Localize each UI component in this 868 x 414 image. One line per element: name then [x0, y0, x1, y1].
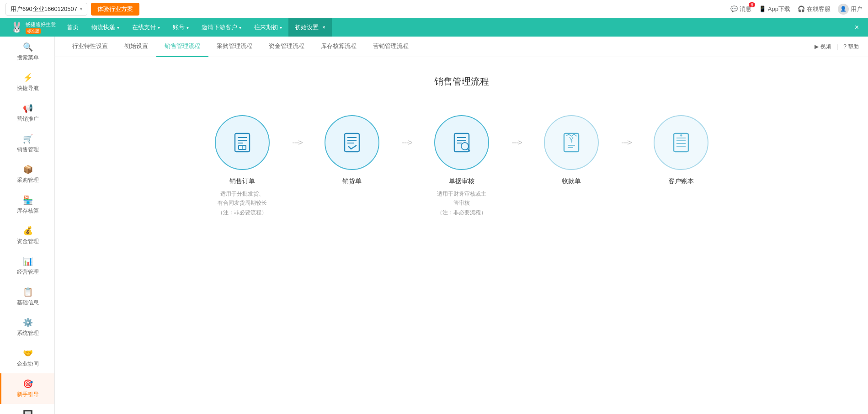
flow-step-customer-ledger[interactable]: ¥ 客户账本: [640, 115, 722, 189]
inventory-icon: 🏪: [23, 195, 33, 205]
nav-arrow: ▾: [239, 25, 241, 30]
video-link[interactable]: ▶ 视频: [815, 43, 831, 51]
nav-item-payment[interactable]: 在线支付▾: [126, 18, 166, 37]
user-selector[interactable]: 用户690企业1660120507 ▾: [5, 3, 87, 16]
sub-tabs: 行业特性设置 初始设置 销售管理流程 采购管理流程 资金管理流程 库存核算流程 …: [55, 37, 868, 57]
flow-circle-customer-ledger: ¥: [654, 115, 708, 170]
svg-point-14: [461, 143, 469, 150]
avatar: 👤: [838, 4, 849, 15]
marketing-icon: 📢: [23, 103, 33, 113]
sidebar-item-sales[interactable]: 🛒 销售管理: [0, 128, 54, 159]
flow-circle-sales-invoice: [325, 115, 379, 170]
audit-desc: 适用于财务审核或主管审核（注：非必要流程）: [437, 189, 486, 217]
user-dropdown-arrow: ▾: [80, 6, 82, 11]
help-link[interactable]: ? 帮助: [843, 43, 859, 51]
message-icon: 💬: [730, 5, 738, 12]
flow-step-sales-invoice[interactable]: 销货单: [311, 115, 393, 189]
nav-bar: 🐰 畅捷通好生意 标准版 首页 物流快递▾ 在线支付▾ 账号▾ 邀请下游客户▾ …: [0, 18, 868, 37]
sales-order-icon: [230, 131, 254, 154]
search-icon: 🔍: [23, 42, 33, 52]
messages-button[interactable]: 💬 消息 6: [730, 5, 751, 13]
basic-icon: 📋: [23, 287, 33, 297]
sub-tab-finance-flow[interactable]: 资金管理流程: [261, 37, 313, 57]
sub-tab-marketing-flow[interactable]: 营销管理流程: [365, 37, 417, 57]
play-icon: ▶: [815, 43, 819, 50]
flow-circle-audit: [434, 115, 489, 170]
sidebar-item-operations[interactable]: 📊 经营管理: [0, 251, 54, 281]
flow-circle-sales-order: [215, 115, 270, 170]
main-content: 行业特性设置 初始设置 销售管理流程 采购管理流程 资金管理流程 库存核算流程 …: [55, 37, 868, 414]
sidebar-item-marketing[interactable]: 📢 营销推广: [0, 98, 54, 128]
user-avatar[interactable]: 👤 用户: [838, 4, 863, 15]
sidebar: 🔍 搜索菜单 ⚡ 快捷导航 📢 营销推广 🛒 销售管理 📦 采购管理 🏪 库存核…: [0, 37, 55, 414]
flow-step-sales-order[interactable]: 销售订单 适用于分批发货、有合同发货周期较长（注：非必要流程）: [201, 115, 283, 217]
svg-text:¥: ¥: [569, 136, 573, 144]
sidebar-item-guide[interactable]: 🎯 新手引导: [0, 373, 54, 404]
receipt-icon: ¥: [559, 131, 583, 154]
audit-icon: [450, 131, 474, 154]
sub-tabs-right: ▶ 视频 | ? 帮助: [815, 43, 859, 51]
top-bar-left: 用户690企业1660120507 ▾ 体验行业方案: [5, 3, 139, 16]
sidebar-item-apps[interactable]: 🔲 应用中心: [0, 404, 54, 414]
customer-ledger-icon: ¥: [669, 131, 693, 154]
nav-arrow: ▾: [117, 25, 119, 30]
purchase-icon: 📦: [23, 165, 33, 175]
flow-arrow-3: - - ->: [503, 115, 530, 148]
sub-tabs-left: 行业特性设置 初始设置 销售管理流程 采购管理流程 资金管理流程 库存核算流程 …: [64, 37, 417, 57]
sidebar-item-search[interactable]: 🔍 搜索菜单: [0, 37, 54, 67]
flow-arrow-2: - - ->: [393, 115, 421, 148]
sidebar-item-system[interactable]: ⚙️ 系统管理: [0, 312, 54, 343]
svg-text:¥: ¥: [679, 132, 682, 138]
nav-item-invite[interactable]: 邀请下游客户▾: [195, 18, 248, 37]
sidebar-item-cooperation[interactable]: 🤝 企业协同: [0, 343, 54, 373]
sub-tab-inventory-flow[interactable]: 库存核算流程: [313, 37, 365, 57]
nav-item-init-settings[interactable]: 初始设置 ×: [288, 18, 332, 37]
receipt-label: 收款单: [562, 177, 581, 186]
top-bar: 用户690企业1660120507 ▾ 体验行业方案 💬 消息 6 📱 App下…: [0, 0, 868, 18]
nav-arrow: ▾: [158, 25, 160, 30]
user-label: 用户690企业1660120507: [11, 5, 77, 13]
headset-icon: 🎧: [798, 5, 805, 12]
nav-item-history[interactable]: 往来期初▾: [248, 18, 288, 37]
flow-arrow-4: - - ->: [612, 115, 640, 148]
app-download-button[interactable]: 📱 App下载: [759, 5, 790, 13]
sidebar-item-inventory[interactable]: 🏪 库存核算: [0, 190, 54, 220]
audit-label: 单据审核: [449, 177, 474, 186]
sales-invoice-icon: [340, 131, 364, 154]
phone-icon: 📱: [759, 5, 766, 12]
online-service-button[interactable]: 🎧 在线客服: [798, 5, 831, 13]
operations-icon: 📊: [23, 256, 33, 266]
sidebar-item-purchase[interactable]: 📦 采购管理: [0, 159, 54, 190]
flow-circle-receipt: ¥: [544, 115, 599, 170]
sales-order-desc: 适用于分批发货、有合同发货周期较长（注：非必要流程）: [218, 189, 267, 217]
flow-area: 销售管理流程 销售订单 适用于: [55, 57, 868, 235]
cooperation-icon: 🤝: [23, 348, 33, 358]
flow-step-receipt[interactable]: ¥ 收款单: [530, 115, 612, 189]
sidebar-item-finance[interactable]: 💰 资金管理: [0, 220, 54, 251]
trial-button[interactable]: 体验行业方案: [91, 3, 139, 16]
quick-nav-icon: ⚡: [23, 73, 33, 83]
nav-item-logistics[interactable]: 物流快递▾: [85, 18, 126, 37]
apps-icon: 🔲: [23, 409, 33, 414]
logo-line1: 畅捷通好生意: [26, 21, 56, 27]
sales-invoice-label: 销货单: [342, 177, 362, 186]
nav-arrow: ▾: [280, 25, 282, 30]
logo: 🐰 畅捷通好生意 标准版: [5, 18, 60, 37]
sub-tab-purchase-flow[interactable]: 采购管理流程: [208, 37, 261, 57]
sub-tab-init[interactable]: 初始设置: [116, 37, 156, 57]
messages-badge: 6: [749, 2, 755, 7]
flow-step-audit[interactable]: 单据审核 适用于财务审核或主管审核（注：非必要流程）: [421, 115, 503, 217]
nav-item-account[interactable]: 账号▾: [166, 18, 195, 37]
nav-item-home[interactable]: 首页: [60, 18, 85, 37]
nav-close-icon: ×: [322, 24, 325, 31]
flow-title: 销售管理流程: [82, 75, 841, 88]
sales-order-label: 销售订单: [229, 177, 255, 186]
sales-icon: 🛒: [23, 134, 33, 144]
nav-global-close[interactable]: ×: [851, 23, 863, 32]
sidebar-item-basic[interactable]: 📋 基础信息: [0, 281, 54, 312]
sidebar-item-quick[interactable]: ⚡ 快捷导航: [0, 67, 54, 98]
system-icon: ⚙️: [23, 318, 33, 328]
sub-tab-sales-flow[interactable]: 销售管理流程: [156, 37, 208, 57]
sub-tab-industry[interactable]: 行业特性设置: [64, 37, 116, 57]
customer-ledger-label: 客户账本: [668, 177, 694, 186]
